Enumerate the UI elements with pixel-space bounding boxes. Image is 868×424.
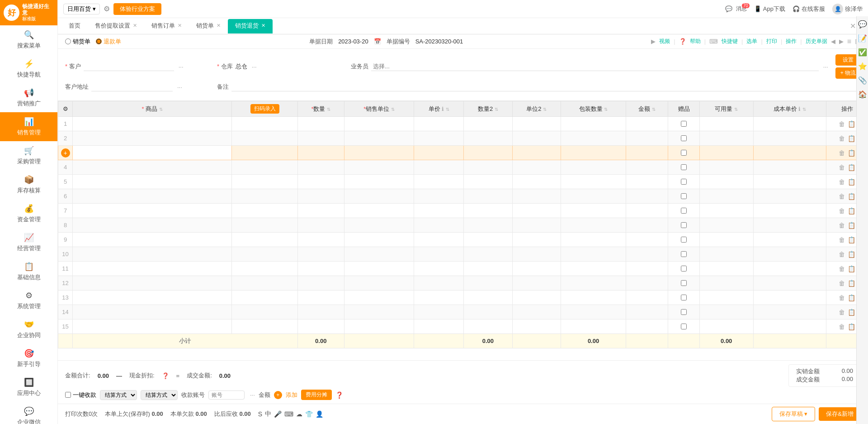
delete-icon-3[interactable]: 🗑	[839, 149, 845, 157]
qty2-cell-1[interactable]	[464, 117, 512, 131]
goods-cell-1[interactable]	[73, 117, 232, 131]
delete-icon[interactable]: 🗑	[839, 193, 845, 200]
qty-cell-1[interactable]	[297, 117, 344, 131]
copy-icon[interactable]: 📋	[848, 222, 855, 229]
user-avatar[interactable]: 👤 徐泽华	[832, 4, 863, 14]
delete-icon[interactable]: 🗑	[839, 251, 845, 258]
operate-link[interactable]: 操作	[786, 38, 797, 45]
list-view-icon[interactable]: ≡	[847, 38, 851, 46]
delete-icon-1[interactable]: 🗑	[839, 120, 845, 128]
sidebar-item-wechat[interactable]: 💬 企业微信	[0, 402, 57, 424]
copy-icon[interactable]: 📋	[848, 164, 855, 171]
col-cost-price-sort[interactable]: ⇅	[802, 107, 806, 112]
tab-price-extract[interactable]: 售价提取设置 ✕	[88, 19, 144, 33]
right-icon-5[interactable]: 📎	[858, 76, 867, 85]
available-cell-1[interactable]	[699, 117, 753, 131]
add-row-icon[interactable]: +	[61, 148, 70, 157]
account-input[interactable]	[208, 391, 245, 400]
save-draft-btn[interactable]: 保存草稿 ▾	[772, 407, 816, 421]
copy-icon[interactable]: 📋	[848, 280, 855, 287]
topbar-settings-icon[interactable]: ⚙	[104, 5, 110, 13]
right-icon-4[interactable]: ⭐	[858, 62, 867, 71]
scan-btn[interactable]: 扫码录入	[250, 104, 279, 114]
cost-price-cell-1[interactable]	[753, 117, 826, 131]
sidebar-item-finance[interactable]: 💰 资金管理	[0, 199, 57, 228]
sidebar-item-quick-nav[interactable]: ⚡ 快捷导航	[0, 54, 57, 83]
delete-icon[interactable]: 🗑	[839, 236, 845, 243]
nav-prev-icon[interactable]: ◀	[831, 38, 835, 45]
delete-icon[interactable]: 🗑	[839, 164, 845, 171]
unit-price-cell-2[interactable]	[414, 131, 464, 146]
radio-return-bill[interactable]: 退款单	[96, 38, 121, 46]
unit2-cell-1[interactable]	[512, 117, 561, 131]
online-service-btn[interactable]: 🎧 在线客服	[793, 5, 825, 13]
salesperson-input[interactable]	[371, 62, 819, 71]
delete-icon[interactable]: 🗑	[839, 222, 845, 229]
sidebar-item-purchase[interactable]: 🛒 采购管理	[0, 141, 57, 170]
cost-price-info-icon[interactable]: ℹ	[798, 106, 801, 112]
delete-icon[interactable]: 🗑	[839, 207, 845, 214]
qty-cell-2[interactable]	[297, 131, 344, 146]
col-qty2-sort[interactable]: ⇅	[495, 107, 498, 112]
col-unit2-sort[interactable]: ⇅	[543, 107, 547, 112]
customer-dots[interactable]: ···	[179, 63, 184, 70]
unit2-cell-2[interactable]	[512, 131, 561, 146]
col-sales-unit-sort[interactable]: ⇅	[391, 107, 395, 112]
sidebar-item-sales[interactable]: 📊 销售管理	[0, 112, 57, 141]
question-icon-discount[interactable]: ❓	[162, 372, 169, 379]
copy-icon[interactable]: 📋	[848, 236, 855, 243]
nav-next-icon[interactable]: ▶	[839, 38, 844, 45]
sales-unit-cell-3[interactable]	[344, 146, 414, 160]
message-btn[interactable]: 💬 70 消息	[725, 5, 747, 13]
cost-price-cell-3[interactable]	[753, 146, 826, 160]
sales-unit-cell-2[interactable]	[344, 131, 414, 146]
available-cell-2[interactable]	[699, 131, 753, 146]
video-link[interactable]: 视频	[659, 38, 670, 45]
fee-question-icon[interactable]: ❓	[335, 391, 343, 399]
col-unit-price-sort[interactable]: ⇅	[446, 107, 449, 112]
col-goods-sort[interactable]: ⇅	[159, 107, 163, 112]
sidebar-item-guide[interactable]: 🎯 新手引导	[0, 344, 57, 373]
tab-close-all-icon[interactable]: ✕	[850, 22, 856, 30]
help-link[interactable]: 帮助	[690, 38, 701, 45]
save-new-btn[interactable]: 保存&新增	[819, 407, 861, 421]
copy-icon[interactable]: 📋	[848, 193, 855, 200]
tab-sales-bill[interactable]: 销货单 ✕	[189, 19, 228, 33]
tab-home[interactable]: 首页	[61, 19, 88, 33]
tab-price-extract-close[interactable]: ✕	[133, 23, 137, 29]
unit-price-cell-1[interactable]	[414, 117, 464, 131]
fee-split-btn[interactable]: 费用分摊	[301, 390, 332, 400]
gift-cell-2[interactable]	[668, 131, 700, 146]
qty-cell-3[interactable]	[297, 146, 344, 160]
delete-icon[interactable]: 🗑	[839, 323, 845, 330]
sidebar-item-marketing[interactable]: 📢 营销推广	[0, 83, 57, 112]
tab-sales-order[interactable]: 销售订单 ✕	[144, 19, 189, 33]
goods-cell-2[interactable]	[73, 131, 232, 146]
tab-sales-return-close[interactable]: ✕	[261, 23, 265, 29]
copy-icon[interactable]: 📋	[848, 265, 855, 272]
copy-icon[interactable]: 📋	[848, 294, 855, 301]
calc-method-select[interactable]: 结算方式	[141, 390, 178, 400]
experience-btn[interactable]: 体验行业方案	[113, 3, 161, 15]
amount-cell-2[interactable]	[626, 131, 668, 146]
gift-cell-1[interactable]	[668, 117, 700, 131]
pack-qty-cell-2[interactable]	[561, 131, 626, 146]
copy-icon[interactable]: 📋	[848, 323, 855, 330]
col-amount-sort[interactable]: ⇅	[652, 107, 656, 112]
select-link[interactable]: 选单	[746, 38, 757, 45]
qty2-cell-3[interactable]	[464, 146, 512, 160]
sidebar-item-enterprise[interactable]: 🤝 企业协同	[0, 315, 57, 344]
right-icon-2[interactable]: 📝	[858, 34, 867, 43]
sidebar-item-operation[interactable]: 📈 经营管理	[0, 228, 57, 257]
copy-icon[interactable]: 📋	[848, 207, 855, 214]
sales-unit-cell-1[interactable]	[344, 117, 414, 131]
copy-icon-3[interactable]: 📋	[848, 149, 855, 157]
pack-qty-cell-1[interactable]	[561, 117, 626, 131]
sidebar-item-system[interactable]: ⚙ 系统管理	[0, 286, 57, 315]
calendar-icon[interactable]: 📅	[374, 38, 381, 45]
warehouse-dots[interactable]: ···	[252, 63, 257, 70]
delete-icon[interactable]: 🗑	[839, 294, 845, 301]
salesperson-dots[interactable]: ···	[823, 63, 828, 70]
goods-input-3[interactable]	[75, 149, 230, 156]
copy-icon-1[interactable]: 📋	[848, 120, 855, 128]
